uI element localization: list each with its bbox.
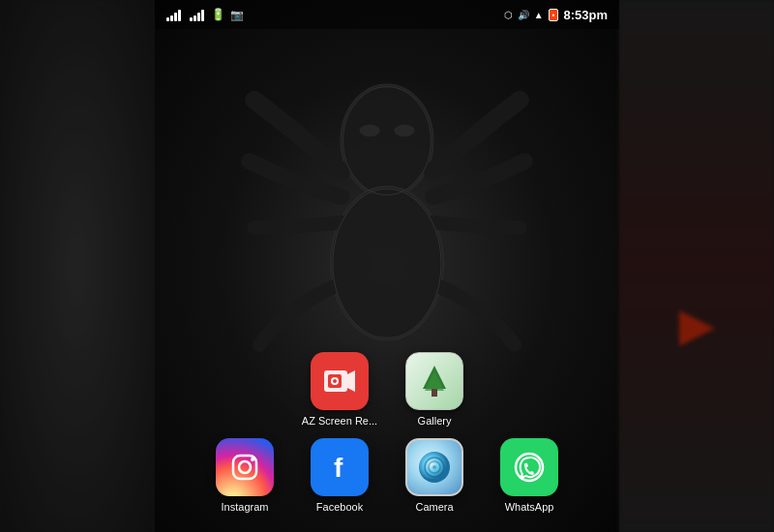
- app-grid: AZ Screen Re... Gallery: [155, 352, 619, 513]
- facebook-label: Facebook: [316, 501, 363, 513]
- svg-point-10: [333, 379, 337, 383]
- svg-point-21: [432, 465, 436, 469]
- left-panel: [0, 0, 155, 532]
- status-bar: 🔋 📷 ⬡ 🔊 ▲ ▪ 8:53pm: [155, 0, 619, 29]
- bar: [174, 13, 177, 21]
- cast-icon: ⬡: [504, 10, 513, 20]
- bar: [190, 17, 193, 21]
- bar: [201, 10, 204, 21]
- camera-label: Camera: [415, 501, 453, 513]
- bar: [197, 13, 200, 21]
- status-left: 🔋 📷: [166, 8, 244, 21]
- gallery-icon-svg: [415, 362, 454, 400]
- status-right: ⬡ 🔊 ▲ ▪ 8:53pm: [504, 8, 608, 22]
- battery-icon: ▪: [549, 9, 559, 21]
- app-item-az-screen-recorder[interactable]: AZ Screen Re...: [301, 352, 378, 427]
- right-panel: ▶: [619, 0, 774, 532]
- bar: [170, 15, 173, 21]
- phone-screen: 🔋 📷 ⬡ 🔊 ▲ ▪ 8:53pm: [155, 0, 619, 532]
- volume-icon: 🔊: [518, 10, 529, 20]
- battery-status-icon: 🔋: [211, 8, 225, 21]
- az-icon-svg: [321, 363, 358, 399]
- video-icon: 📷: [230, 9, 244, 21]
- bar: [166, 17, 169, 21]
- gallery-icon: [405, 352, 463, 410]
- whatsapp-icon: [500, 438, 558, 496]
- gallery-label: Gallery: [418, 415, 452, 427]
- az-screen-recorder-icon: [311, 352, 369, 410]
- app-item-instagram[interactable]: Instagram: [206, 438, 283, 513]
- camera-icon: [405, 438, 463, 496]
- wifi-icon: ▲: [534, 10, 544, 20]
- svg-point-16: [251, 458, 254, 461]
- az-screen-recorder-label: AZ Screen Re...: [302, 415, 377, 427]
- app-item-facebook[interactable]: f Facebook: [301, 438, 378, 513]
- whatsapp-label: WhatsApp: [505, 501, 554, 513]
- app-row-2: Instagram f Facebook: [206, 438, 568, 513]
- signal-bars-2: [190, 8, 204, 21]
- svg-marker-7: [347, 370, 355, 392]
- instagram-label: Instagram: [222, 501, 269, 513]
- svg-rect-13: [432, 389, 437, 397]
- whatsapp-icon-svg: [511, 449, 548, 486]
- svg-text:f: f: [334, 453, 343, 483]
- app-row-1: AZ Screen Re... Gallery: [301, 352, 473, 427]
- bar: [194, 15, 196, 21]
- svg-point-4: [360, 125, 380, 137]
- svg-point-1: [331, 187, 443, 340]
- app-item-camera[interactable]: Camera: [396, 438, 473, 513]
- bar: [178, 10, 181, 21]
- svg-point-5: [394, 125, 414, 137]
- right-arrow-indicator: ▶: [679, 297, 715, 351]
- camera-icon-svg: [417, 450, 452, 485]
- signal-bars-1: [166, 8, 181, 21]
- facebook-icon: f: [311, 438, 369, 496]
- instagram-icon-svg: [227, 450, 262, 485]
- app-item-whatsapp[interactable]: WhatsApp: [491, 438, 568, 513]
- instagram-icon: [216, 438, 274, 496]
- app-item-gallery[interactable]: Gallery: [396, 352, 473, 427]
- facebook-icon-svg: f: [322, 450, 357, 485]
- svg-point-15: [239, 461, 251, 473]
- status-time: 8:53pm: [563, 8, 608, 22]
- svg-point-0: [342, 85, 433, 197]
- spider-symbol: [232, 39, 542, 406]
